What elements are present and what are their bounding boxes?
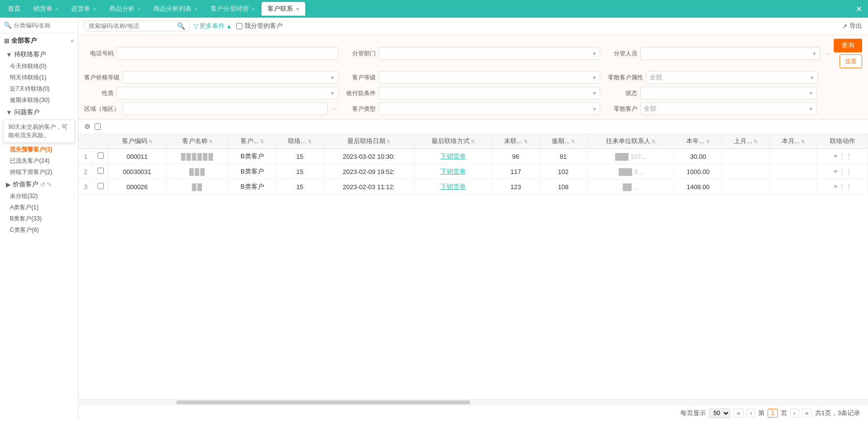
close-sales-tab[interactable]: × — [55, 6, 58, 12]
filter-status-select[interactable]: ▼ — [640, 87, 817, 99]
my-customers-checkbox[interactable] — [236, 23, 242, 29]
more-conditions-btn[interactable]: ▽ 更多条件 ▲ — [193, 22, 232, 30]
value-customer-section[interactable]: ▶ 价值客户 ↺ ✎ — [0, 178, 78, 191]
sidebar-item-today[interactable]: 今天待联络(0) — [0, 61, 78, 72]
filter-payment-select[interactable]: ▼ — [379, 87, 601, 99]
filter-nature-select[interactable]: ▼ — [117, 87, 338, 99]
contact-icon[interactable]: ⚭ — [833, 183, 839, 191]
contact-icon[interactable]: ⚭ — [833, 152, 839, 160]
window-close-button[interactable]: ✕ — [852, 4, 866, 14]
sidebar-item-tomorrow[interactable]: 明天待联络(1) — [0, 72, 78, 83]
tab-customer-layer[interactable]: 客户分层经营 × — [205, 2, 261, 16]
col-last-method[interactable]: 最后联络方式 — [414, 134, 492, 149]
prev-page-btn[interactable]: ‹ — [747, 409, 755, 418]
close-goods-list-tab[interactable]: × — [194, 6, 197, 12]
row-contact-count: 15 — [276, 149, 323, 164]
tab-bar: 首页 销货单 × 进货单 × 商品分析 × 商品分析列表 × 客户分层经营 × … — [0, 0, 868, 18]
filter-region-dots[interactable]: ··· — [333, 105, 338, 113]
row-checkbox[interactable] — [97, 168, 104, 174]
per-page-select[interactable]: 50 — [709, 408, 730, 418]
close-customer-contact-tab[interactable]: × — [296, 6, 299, 12]
gear-icon[interactable]: ⚙ — [84, 123, 91, 130]
tab-goods-analysis-list[interactable]: 商品分析列表 × — [147, 2, 203, 16]
sidebar-search-input[interactable] — [14, 22, 74, 29]
export-button[interactable]: ↗ 导出 — [842, 22, 862, 30]
row-last-method[interactable]: 下销货单 — [414, 164, 492, 179]
sidebar-item-7days[interactable]: 近7天待联络(0) — [0, 83, 78, 95]
tab-sales[interactable]: 销货单 × — [27, 2, 64, 16]
filter-retail-select[interactable]: 全部 ▼ — [640, 102, 817, 115]
row-overdue: 102 — [539, 164, 587, 179]
col-this-year[interactable]: 本年... — [675, 134, 722, 149]
refresh-icon[interactable]: ↺ — [40, 181, 46, 188]
col-last-month[interactable]: 上月... — [722, 134, 770, 149]
row-last-method[interactable]: 下销货单 — [414, 149, 492, 164]
filter-dept-select[interactable]: ▼ — [379, 47, 601, 60]
sidebar-item-churned[interactable]: 已流失客户(24) — [0, 155, 78, 167]
col-last-date[interactable]: 最后联络日期 — [323, 134, 414, 149]
sidebar-item-overdue[interactable]: 逾期未联络(30) — [0, 95, 78, 106]
query-btn-group: 查询 设置 — [834, 39, 862, 68]
col-not-contacted[interactable]: 未联... — [492, 134, 539, 149]
main-search-input[interactable] — [89, 23, 177, 29]
filter-customer-type-select[interactable]: ▼ — [379, 102, 601, 115]
data-table: 客户编码 客户名称 客户... 联络... 最后联络日期 最后联络方式 未联..… — [78, 134, 868, 195]
query-button[interactable]: 查询 — [834, 39, 862, 52]
row-checkbox[interactable] — [97, 183, 104, 189]
filter-retail-label: 零散客户 — [608, 105, 637, 113]
row-not-contacted: 96 — [492, 149, 539, 164]
tab-home[interactable]: 首页 — [2, 2, 26, 16]
col-type[interactable]: 客户... — [228, 134, 276, 149]
more-action-icon[interactable]: ⋮⋮ — [839, 168, 852, 175]
scroll-thumb[interactable] — [176, 400, 470, 404]
problem-customer-section[interactable]: ▼ 问题客户 — [0, 106, 78, 119]
col-this-month[interactable]: 本月... — [770, 134, 817, 149]
close-goods-analysis-tab[interactable]: × — [138, 6, 141, 12]
horizontal-scrollbar[interactable] — [78, 399, 868, 405]
row-last-method[interactable]: 下销货单 — [414, 179, 492, 195]
more-action-icon[interactable]: ⋮⋮ — [839, 152, 852, 160]
sidebar-item-churn-warning[interactable]: 流失预警客户(3) — [0, 144, 78, 155]
filter-manager-dots[interactable]: ··· — [825, 50, 831, 57]
contact-icon[interactable]: ⚭ — [833, 168, 839, 175]
row-checkbox[interactable] — [97, 152, 104, 159]
main-search-icon[interactable]: 🔍 — [177, 22, 185, 30]
col-contact-count[interactable]: 联络... — [276, 134, 323, 149]
row-this-year: 1000.00 — [675, 164, 722, 179]
filter-price-label: 客户价格等级 — [84, 74, 120, 82]
my-customers-toggle[interactable]: 我分管的客户 — [236, 22, 283, 30]
pending-contact-section[interactable]: ▼ 待联络客户 — [0, 48, 78, 61]
filter-retail-attr-select[interactable]: 全部 ▼ — [646, 71, 818, 84]
row-num: 2 — [78, 164, 93, 179]
col-name[interactable]: 客户名称 — [167, 134, 229, 149]
row-code: 00030031 — [108, 164, 167, 179]
sidebar-item-declining[interactable]: 持续下滑客户(2) — [0, 167, 78, 178]
filter-region-select[interactable] — [122, 102, 328, 115]
filter-phone-input[interactable] — [117, 47, 338, 60]
tab-customer-contact[interactable]: 客户联系 × — [262, 2, 305, 16]
last-page-btn[interactable]: » — [802, 409, 812, 418]
tab-purchase[interactable]: 进货单 × — [65, 2, 102, 16]
sidebar-item-b-class[interactable]: B类客户(33) — [0, 213, 78, 224]
first-page-btn[interactable]: « — [733, 409, 744, 418]
sidebar-item-c-class[interactable]: C类客户(6) — [0, 224, 78, 236]
tab-goods-analysis[interactable]: 商品分析 × — [103, 2, 146, 16]
filter-manager-select[interactable]: ▼ — [640, 47, 820, 60]
filter-status: 状态 ▼ — [608, 87, 862, 99]
col-overdue[interactable]: 逾期... — [539, 134, 587, 149]
edit-icon[interactable]: ✎ — [47, 181, 52, 188]
sidebar-item-a-class[interactable]: A类客户(1) — [0, 202, 78, 213]
sidebar-item-ungrouped[interactable]: 未分组(32) — [0, 191, 78, 202]
close-purchase-tab[interactable]: × — [93, 6, 96, 12]
more-action-icon[interactable]: ⋮⋮ — [839, 183, 852, 191]
next-page-btn[interactable]: › — [790, 409, 799, 418]
filter-price-select[interactable]: ▼ — [122, 71, 338, 84]
col-contact-person[interactable]: 往来单位联系人 — [587, 134, 674, 149]
all-customers-title[interactable]: ⊞ 全部客户 « — [0, 33, 78, 48]
select-all-checkbox[interactable] — [95, 124, 101, 130]
filter-customer-level-select[interactable]: ▼ — [379, 71, 601, 84]
settings-button[interactable]: 设置 — [840, 54, 862, 68]
arrow-right-icon: ▶ — [6, 181, 11, 188]
close-customer-layer-tab[interactable]: × — [252, 6, 255, 12]
col-code[interactable]: 客户编码 — [108, 134, 167, 149]
